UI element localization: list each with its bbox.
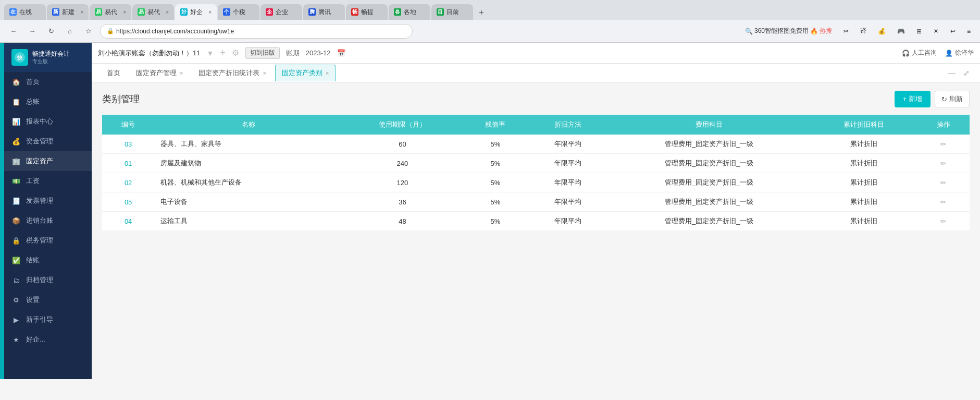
cell-code-3[interactable]: 05 — [102, 192, 154, 212]
address-input[interactable]: 🔒 https://cloud.chanjet.com/accounting/u… — [100, 24, 413, 39]
forward-button[interactable]: → — [25, 24, 40, 39]
cell-name-4: 运输工具 — [154, 212, 342, 231]
th-method: 折旧方法 — [528, 115, 607, 135]
calendar-icon[interactable]: 📅 — [337, 49, 345, 57]
page-tab-home[interactable]: 首页 — [100, 65, 127, 81]
close-tab-4[interactable]: × — [208, 9, 212, 15]
sidebar-item-settings[interactable]: ⚙ 设置 — [4, 290, 92, 310]
category-table: 编号 名称 使用期限（月） 残值率 折旧方法 费用科目 累计折旧科目 操作 03… — [102, 115, 970, 231]
sidebar-item-fixed-assets[interactable]: 🏢 固定资产 — [4, 151, 92, 171]
search-tool[interactable]: 🔍 360智能抠图免费用 🔥 热搜 — [742, 25, 835, 38]
browser-tab-2[interactable]: 易 易代 × — [90, 4, 131, 20]
cell-name-2: 机器、机械和其他生产设备 — [154, 173, 342, 192]
edit-button-3[interactable]: ✏ — [940, 198, 946, 206]
cell-code-0[interactable]: 03 — [102, 135, 154, 154]
invoice-icon: 🧾 — [11, 196, 21, 205]
cell-code-1[interactable]: 01 — [102, 154, 154, 173]
page-tabs: 首页 固定资产管理 × 固定资产折旧统计表 × 固定资产类别 × — ⤢ — [92, 64, 980, 82]
edit-button-2[interactable]: ✏ — [940, 179, 946, 187]
translate-tool[interactable]: 译 — [857, 25, 870, 38]
search-icon: 🔍 — [745, 28, 753, 35]
browser-tab-3[interactable]: 易 易代 × — [132, 4, 174, 20]
support-button[interactable]: 🎧 人工咨询 — [902, 49, 937, 57]
logo-line2: 专业版 — [32, 58, 70, 65]
sidebar-item-guide[interactable]: ▶ 新手引导 — [4, 310, 92, 330]
sidebar-item-payroll[interactable]: 💵 工资 — [4, 171, 92, 191]
sidebar-item-extra[interactable]: ★ 好企... — [4, 330, 92, 349]
edit-button-4[interactable]: ✏ — [940, 217, 946, 225]
browser-tab-7[interactable]: 腾 腾讯 — [303, 4, 345, 20]
tab-label-1: 新建 — [62, 8, 78, 17]
cell-expense-4: 管理费用_固定资产折旧_一级 — [607, 212, 811, 231]
page-tab-depreciation[interactable]: 固定资产折旧统计表 × — [192, 65, 272, 81]
table-row: 05 电子设备 36 5% 年限平均 管理费用_固定资产折旧_一级 累计折旧 ✏ — [102, 192, 970, 212]
close-tab-3[interactable]: × — [166, 9, 169, 15]
cell-method-2: 年限平均 — [528, 173, 607, 192]
th-action: 操作 — [917, 115, 970, 135]
sidebar-item-purchase[interactable]: 📦 进销台账 — [4, 211, 92, 231]
scissors-tool[interactable]: ✂ — [840, 26, 852, 37]
sidebar-item-ledger[interactable]: 📋 总账 — [4, 92, 92, 112]
reload-button[interactable]: ↻ — [44, 24, 58, 39]
favicon-4: 好 — [180, 8, 188, 16]
back-button[interactable]: ← — [6, 24, 21, 39]
sidebar-item-close[interactable]: ✅ 结账 — [4, 250, 92, 270]
settings-gear-icon[interactable]: ⚙ — [232, 48, 239, 58]
sidebar-item-funds[interactable]: 💰 资金管理 — [4, 131, 92, 151]
sidebar-item-reports[interactable]: 📊 报表中心 — [4, 112, 92, 131]
coin-tool[interactable]: 💰 — [875, 26, 889, 37]
game-tool[interactable]: 🎮 — [894, 26, 908, 37]
edit-button-1[interactable]: ✏ — [940, 160, 946, 167]
sidebar-label-close: 结账 — [26, 256, 40, 265]
browser-tab-1[interactable]: 新 新建 × — [47, 4, 89, 20]
browser-tab-10[interactable]: 目 目前 — [431, 4, 473, 20]
close-tab-depreciation[interactable]: × — [263, 70, 266, 76]
page-tab-category[interactable]: 固定资产类别 × — [275, 65, 336, 81]
add-account-icon[interactable]: + — [220, 47, 226, 58]
window-controls: — ⤢ — [947, 68, 972, 78]
cell-name-1: 房屋及建筑物 — [154, 154, 342, 173]
browser-tab-9[interactable]: 各 各地 — [389, 4, 430, 20]
add-button[interactable]: + 新增 — [895, 91, 931, 107]
sidebar-item-invoice[interactable]: 🧾 发票管理 — [4, 191, 92, 211]
page-tab-fixed-mgmt[interactable]: 固定资产管理 × — [129, 65, 190, 81]
browser-tab-4[interactable]: 好 好企 × — [175, 4, 217, 20]
close-tab-category[interactable]: × — [326, 70, 329, 76]
sidebar-item-home[interactable]: 🏠 首页 — [4, 72, 92, 92]
refresh-button[interactable]: ↻ 刷新 — [935, 91, 970, 107]
fixed-assets-icon: 🏢 — [11, 156, 21, 166]
switch-version-button[interactable]: 切到旧版 — [245, 47, 280, 59]
browser-tab-5[interactable]: 个 个税 — [218, 4, 259, 20]
sidebar-item-archive[interactable]: 🗂 归档管理 — [4, 270, 92, 290]
reports-icon: 📊 — [11, 117, 21, 126]
app-header-right: 🎧 人工咨询 👤 徐泽华 — [902, 49, 974, 57]
edit-button-0[interactable]: ✏ — [940, 140, 946, 148]
minimize-window-button[interactable]: — — [947, 68, 957, 78]
grid-tool[interactable]: ⊞ — [913, 26, 925, 37]
sidebar-label-ledger: 总账 — [26, 97, 40, 106]
sun-tool[interactable]: ☀ — [930, 26, 942, 37]
cell-code-4[interactable]: 04 — [102, 212, 154, 231]
cell-code-2[interactable]: 02 — [102, 173, 154, 192]
browser-tab-6[interactable]: 企 企业 — [260, 4, 302, 20]
tab-label-0: 在线 — [19, 8, 41, 17]
period-label: 账期 — [286, 49, 300, 58]
browser-tab-0[interactable]: 在 在线 — [4, 4, 46, 20]
close-tab-1[interactable]: × — [80, 9, 83, 15]
menu-tool[interactable]: ≡ — [964, 26, 974, 37]
logo-text: 畅捷通好会计 专业版 — [32, 50, 70, 65]
home-button[interactable]: ⌂ — [63, 24, 77, 39]
maximize-window-button[interactable]: ⤢ — [961, 68, 972, 78]
browser-tab-8[interactable]: 畅 畅提 — [346, 4, 388, 20]
close-tab-2[interactable]: × — [123, 9, 126, 15]
ledger-icon: 📋 — [11, 97, 21, 106]
bookmark-button[interactable]: ☆ — [81, 24, 96, 39]
user-profile[interactable]: 👤 徐泽华 — [945, 49, 974, 57]
dropdown-arrow[interactable]: ▼ — [206, 49, 214, 57]
undo-tool[interactable]: ↩ — [947, 26, 959, 37]
close-tab-fixed-mgmt[interactable]: × — [180, 70, 183, 76]
sidebar-item-tax[interactable]: 🔒 税务管理 — [4, 231, 92, 250]
cell-expense-2: 管理费用_固定资产折旧_一级 — [607, 173, 811, 192]
new-tab-button[interactable]: + — [474, 5, 489, 20]
sidebar-label-reports: 报表中心 — [26, 117, 53, 126]
